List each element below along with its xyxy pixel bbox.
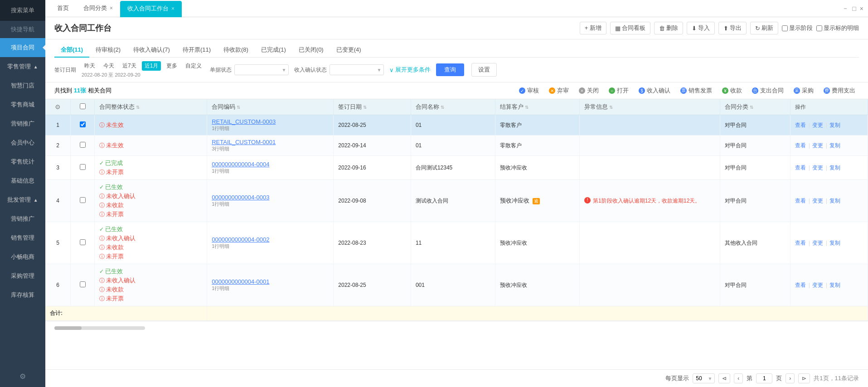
op-view[interactable]: 查看 <box>795 142 806 149</box>
date-opt-yesterday[interactable]: 昨天 <box>82 61 98 71</box>
sales-invoice-btn[interactable]: 票 销售发票 <box>677 85 716 96</box>
show-detail-checkbox[interactable] <box>816 25 822 31</box>
op-copy[interactable]: 复制 <box>829 198 840 204</box>
filter-tab-pending-invoice[interactable]: 待开票(11) <box>176 43 217 58</box>
tab-close-contract-type[interactable]: × <box>110 5 113 11</box>
filter-tab-pending-payment[interactable]: 待收款(8) <box>217 43 255 58</box>
delete-button[interactable]: 🗑 删除 <box>654 22 683 34</box>
sidebar-quick-nav[interactable]: 快捷导航 <box>0 21 45 38</box>
payment-btn[interactable]: ¥ 收款 <box>718 85 746 96</box>
sidebar-search[interactable]: 搜索菜单 <box>0 0 45 21</box>
sort-name-icon[interactable]: ⇅ <box>441 105 444 110</box>
sidebar-item-basic-info[interactable]: 基础信息 <box>0 171 45 190</box>
review-btn[interactable]: ✓ 审核 <box>515 85 543 96</box>
sidebar-item-marketing[interactable]: 营销推广 <box>0 114 45 133</box>
contract-code-link[interactable]: 0000000000004-0004 <box>212 161 269 168</box>
sidebar-item-wholesale-mgmt[interactable]: 批发管理 ▲ <box>0 190 45 209</box>
row-checkbox[interactable] <box>80 164 86 170</box>
contract-code-link[interactable]: 0000000000004-0002 <box>212 236 269 243</box>
filter-tab-all[interactable]: 全部(11) <box>54 43 89 58</box>
settings-col-icon[interactable]: ⚙ <box>55 103 61 111</box>
new-button[interactable]: + 新增 <box>580 22 606 34</box>
row-checkbox[interactable] <box>80 142 86 148</box>
sidebar-item-member-center[interactable]: 会员中心 <box>0 133 45 152</box>
sidebar-item-smart-store[interactable]: 智慧门店 <box>0 76 45 95</box>
abandon-review-btn[interactable]: ✕ 弃审 <box>545 85 572 96</box>
settings-icon[interactable]: ⚙ <box>0 366 45 387</box>
select-all-checkbox[interactable] <box>80 103 86 109</box>
sidebar-item-project-contract[interactable]: 项目合同 <box>0 38 45 57</box>
close-btn[interactable]: × 关闭 <box>575 85 602 96</box>
last-page-btn[interactable]: ⊳ <box>798 373 810 383</box>
sort-code-icon[interactable]: ⇅ <box>237 105 240 110</box>
sidebar-item-marketing2[interactable]: 营销推广 <box>0 209 45 228</box>
income-confirm-btn[interactable]: $ 收入确认 <box>635 85 674 96</box>
row-checkbox[interactable] <box>80 239 86 245</box>
op-change[interactable]: 变更 <box>812 164 823 171</box>
op-copy[interactable]: 复制 <box>829 142 840 149</box>
sort-date-icon[interactable]: ⇅ <box>363 105 367 110</box>
row-checkbox[interactable] <box>80 281 86 287</box>
horizontal-scrollbar[interactable] <box>54 326 145 330</box>
tab-close-income-workbench[interactable]: × <box>171 5 175 12</box>
query-button[interactable]: 查询 <box>436 63 464 76</box>
op-copy[interactable]: 复制 <box>829 122 840 128</box>
date-opt-1month[interactable]: 近1月 <box>142 61 161 71</box>
minimize-icon[interactable]: － <box>842 5 849 13</box>
expense-contract-btn[interactable]: 合 支出合同 <box>748 85 787 96</box>
op-change[interactable]: 变更 <box>812 240 823 246</box>
op-change[interactable]: 变更 <box>812 198 823 204</box>
page-size-select[interactable]: 50 20 100 <box>693 373 715 383</box>
set-button[interactable]: 设置 <box>471 63 497 77</box>
sort-error-icon[interactable]: ⇅ <box>609 105 613 110</box>
next-page-btn[interactable]: › <box>786 373 795 383</box>
tab-home[interactable]: 首页 <box>50 0 76 17</box>
filter-tab-pending-review[interactable]: 待审核(2) <box>89 43 127 58</box>
contract-code-link[interactable]: RETAIL_CUSTOM-0001 <box>212 139 276 145</box>
sort-status-icon[interactable]: ⇅ <box>136 105 140 110</box>
sidebar-item-retail-stats[interactable]: 零售统计 <box>0 152 45 171</box>
scrollbar-thumb[interactable] <box>54 326 82 330</box>
sidebar-item-sales-mgmt[interactable]: 销售管理 <box>0 228 45 247</box>
date-opt-7days[interactable]: 近7天 <box>120 61 139 71</box>
op-view[interactable]: 查看 <box>795 164 806 171</box>
tab-income-workbench[interactable]: 收入合同工作台 × <box>120 1 182 17</box>
contract-code-link[interactable]: 0000000000004-0001 <box>212 278 269 285</box>
op-change[interactable]: 变更 <box>812 282 823 288</box>
filter-tab-completed[interactable]: 已完成(1) <box>255 43 292 58</box>
row-checkbox[interactable] <box>80 121 86 127</box>
date-opt-today[interactable]: 今天 <box>101 61 117 71</box>
date-opt-more[interactable]: 更多 <box>164 61 180 71</box>
purchase-btn[interactable]: 采 采购 <box>790 85 817 96</box>
show-fields-checkbox[interactable] <box>782 25 788 31</box>
import-button[interactable]: ⬇ 导入 <box>687 22 715 34</box>
expand-more-btn[interactable]: ∨ 展开更多条件 <box>389 66 431 74</box>
date-opt-custom[interactable]: 自定义 <box>183 61 204 71</box>
sidebar-item-purchase-mgmt[interactable]: 采购管理 <box>0 266 45 285</box>
sort-customer-icon[interactable]: ⇅ <box>525 105 529 110</box>
sidebar-item-retail-mgmt[interactable]: 零售管理 ▲ <box>0 57 45 76</box>
open-btn[interactable]: ○ 打开 <box>605 85 632 96</box>
sidebar-item-retail-mall[interactable]: 零售商城 <box>0 95 45 114</box>
refresh-button[interactable]: ↻ 刷新 <box>750 22 778 34</box>
first-page-btn[interactable]: ⊲ <box>718 373 730 383</box>
scroll-bar-area[interactable] <box>45 321 868 334</box>
filter-tab-closed[interactable]: 已关闭(0) <box>292 43 330 58</box>
close-icon[interactable]: × <box>860 5 863 12</box>
op-change[interactable]: 变更 <box>812 142 823 149</box>
op-view[interactable]: 查看 <box>795 122 806 128</box>
export-button[interactable]: ⬆ 导出 <box>718 22 747 34</box>
sidebar-item-inventory[interactable]: 库存核算 <box>0 285 45 305</box>
op-view[interactable]: 查看 <box>795 198 806 204</box>
contract-code-link[interactable]: RETAIL_CUSTOM-0003 <box>212 118 276 125</box>
prev-page-btn[interactable]: ‹ <box>734 373 743 383</box>
op-view[interactable]: 查看 <box>795 240 806 246</box>
op-copy[interactable]: 复制 <box>829 164 840 171</box>
contract-code-link[interactable]: 0000000000004-0003 <box>212 194 269 201</box>
expense-out-btn[interactable]: 费 费用支出 <box>820 85 859 96</box>
sort-type-icon[interactable]: ⇅ <box>750 105 753 110</box>
op-copy[interactable]: 复制 <box>829 240 840 246</box>
tab-contract-type[interactable]: 合同分类 × <box>76 0 120 17</box>
page-number-input[interactable] <box>756 373 772 383</box>
filter-tab-pending-confirm[interactable]: 待收入确认(7) <box>127 43 176 58</box>
